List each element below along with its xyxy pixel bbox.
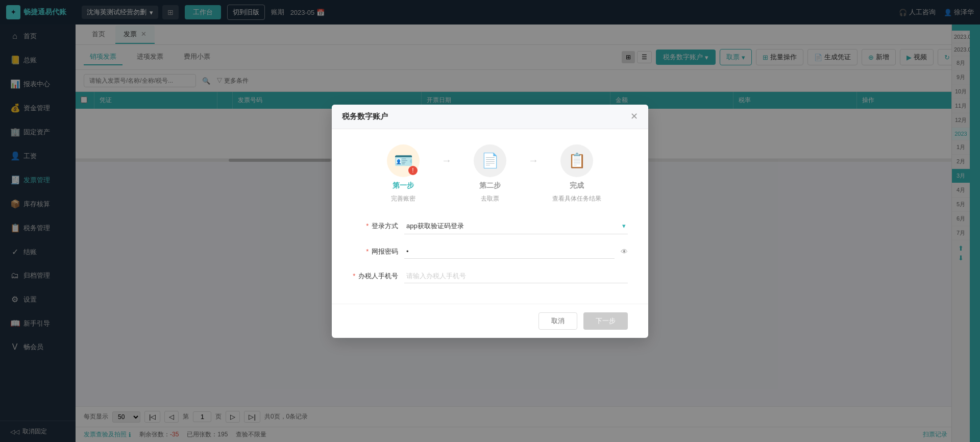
eye-toggle-icon[interactable]: 👁	[621, 248, 628, 256]
login-method-dropdown-icon: ▾	[622, 222, 626, 230]
step-arrow-2: →	[523, 144, 544, 166]
step-1: 🪪 ! 第一步 完善账密	[370, 144, 436, 203]
step-3-label: 完成	[570, 181, 584, 190]
login-method-label: * 登录方式	[352, 222, 398, 231]
step-2-desc: 去取票	[481, 194, 499, 203]
step-3-desc: 查看具体任务结果	[552, 194, 601, 203]
password-label: * 网报密码	[352, 247, 398, 256]
modal-title: 税务数字账户	[342, 112, 388, 121]
modal-close-button[interactable]: ✕	[630, 112, 638, 121]
step-1-desc: 完善账密	[391, 194, 415, 203]
step-2-icon: 📄	[474, 144, 506, 177]
step-3: 📋 完成 查看具体任务结果	[544, 144, 610, 203]
step-3-icon: 📋	[560, 144, 593, 177]
login-method-select[interactable]: app获取验证码登录 ▾	[404, 218, 628, 234]
password-input[interactable]	[404, 244, 615, 259]
phone-input[interactable]	[404, 269, 628, 283]
modal-header: 税务数字账户 ✕	[332, 105, 648, 129]
step-2: 📄 第二步 去取票	[457, 144, 523, 203]
phone-label: * 办税人手机号	[352, 272, 398, 281]
modal-cancel-button[interactable]: 取消	[538, 312, 577, 330]
password-row: * 网报密码 👁	[352, 244, 628, 259]
login-method-row: * 登录方式 app获取验证码登录 ▾	[352, 218, 628, 234]
tax-digital-modal: 税务数字账户 ✕ 🪪 ! 第一步 完善账密 →	[332, 105, 648, 338]
step-1-badge: !	[408, 166, 418, 175]
steps-row: 🪪 ! 第一步 完善账密 → 📄 第二步 去取票 →	[352, 144, 628, 203]
step-2-label: 第二步	[479, 181, 501, 190]
modal-footer: 取消 下一步	[332, 304, 648, 338]
step-1-icon: 🪪 !	[387, 144, 420, 177]
step-arrow-1: →	[436, 144, 457, 166]
modal-body: 🪪 ! 第一步 完善账密 → 📄 第二步 去取票 →	[332, 129, 648, 304]
modal-overlay[interactable]: 税务数字账户 ✕ 🪪 ! 第一步 完善账密 →	[0, 0, 980, 442]
step-1-label: 第一步	[393, 181, 414, 190]
phone-row: * 办税人手机号	[352, 269, 628, 283]
modal-next-button[interactable]: 下一步	[583, 312, 628, 330]
